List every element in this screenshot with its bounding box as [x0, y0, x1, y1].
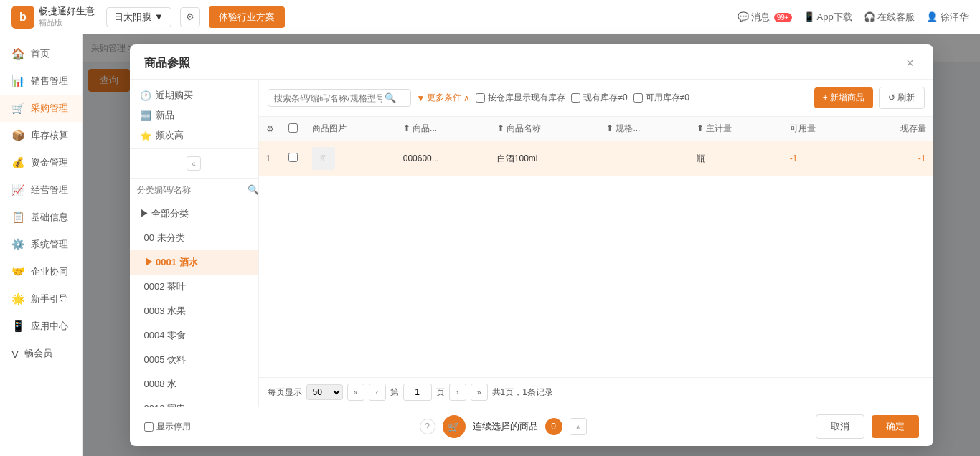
- dialog-body: 🕐 近期购买 🆕 新品 ⭐ 频次高: [130, 80, 933, 407]
- sidebar-item-basic-info[interactable]: 📋 基础信息: [0, 204, 82, 231]
- cart-button[interactable]: 🛒: [443, 415, 466, 438]
- col-code[interactable]: ⬆ 商品...: [396, 117, 490, 141]
- col-stock: 现存量: [858, 117, 933, 141]
- product-search-icon[interactable]: 🔍: [385, 92, 396, 103]
- sidebar-item-guide[interactable]: 🌟 新手引导: [0, 285, 82, 313]
- sidebar-item-enterprise[interactable]: 🤝 企业协同: [0, 258, 82, 285]
- product-table: ⚙ 商品图片 ⬆ 商品...: [259, 117, 933, 176]
- recent-icon: 🕐: [140, 90, 151, 101]
- sidebar-label-finance: 资金管理: [31, 156, 68, 169]
- last-page-button[interactable]: »: [471, 384, 488, 401]
- collapse-panel-button[interactable]: «: [187, 156, 201, 171]
- first-page-button[interactable]: «: [347, 384, 364, 401]
- sidebar-label-vip: 畅会员: [24, 347, 52, 360]
- sidebar-label-enterprise: 企业协同: [31, 265, 68, 278]
- category-item-liquor[interactable]: ▶ 0001 酒水: [130, 250, 258, 275]
- page-number-input[interactable]: [403, 384, 432, 401]
- select-all-checkbox[interactable]: [288, 123, 298, 133]
- add-product-button[interactable]: + 新增商品: [814, 87, 873, 108]
- quick-tab-recent-label: 近期购买: [156, 89, 193, 102]
- category-search-bar: 🔍: [130, 179, 258, 201]
- row-code: 000600...: [396, 141, 490, 176]
- per-page-select[interactable]: 50 10 20 100: [306, 384, 343, 400]
- category-item-appliance[interactable]: 0010 家电: [130, 396, 258, 407]
- category-panel: 🕐 近期购买 🆕 新品 ⭐ 频次高: [130, 80, 259, 407]
- display-disabled-checkbox[interactable]: 显示停用: [144, 421, 191, 433]
- online-service-link[interactable]: 🎧 在线客服: [864, 11, 915, 24]
- footer-right: 取消 确定: [816, 414, 919, 439]
- sidebar-item-system[interactable]: ⚙️ 系统管理: [0, 231, 82, 258]
- sidebar-item-inventory[interactable]: 📦 库存核算: [0, 122, 82, 149]
- display-disabled-input[interactable]: [144, 422, 154, 432]
- category-item-uncategorized[interactable]: 00 未分类: [130, 226, 258, 250]
- product-panel: 🔍 ▼ 更多条件 ∧ 按仓库显示现有库存: [259, 80, 933, 407]
- row-num: 1: [259, 141, 281, 176]
- more-filter-button[interactable]: ▼ 更多条件 ∧: [417, 92, 471, 104]
- warehouse-stock-input[interactable]: [476, 93, 485, 103]
- quick-tab-new[interactable]: 🆕 新品: [130, 105, 258, 125]
- sidebar-item-operations[interactable]: 📈 经营管理: [0, 176, 82, 204]
- enterprise-icon: 🤝: [11, 265, 25, 278]
- purchase-icon: 🛒: [11, 102, 25, 115]
- category-item-snack[interactable]: 0004 零食: [130, 323, 258, 348]
- col-name[interactable]: ⬆ 商品名称: [490, 117, 599, 141]
- row-image: 图: [305, 141, 396, 176]
- confirm-button[interactable]: 确定: [872, 415, 919, 438]
- available-stock-checkbox[interactable]: 可用库存≠0: [633, 92, 689, 104]
- quick-tab-frequent[interactable]: ⭐ 频次高: [130, 125, 258, 146]
- product-image-placeholder: 图: [312, 147, 335, 170]
- product-toolbar: 🔍 ▼ 更多条件 ∧ 按仓库显示现有库存: [259, 80, 933, 117]
- refresh-button[interactable]: ↺ 刷新: [879, 87, 924, 109]
- toolbar-right: + 新增商品 ↺ 刷新: [814, 87, 925, 109]
- table-row[interactable]: 1 图 000600... 白酒100ml: [259, 141, 933, 176]
- category-item-tea[interactable]: 0002 茶叶: [130, 275, 258, 299]
- sidebar-item-apps[interactable]: 📱 应用中心: [0, 313, 82, 340]
- category-search-input[interactable]: [137, 185, 245, 195]
- sidebar-item-sales[interactable]: 📊 销售管理: [0, 67, 82, 95]
- store-selector[interactable]: 日太阳膜 ▼: [106, 7, 171, 27]
- row-available: -1: [783, 141, 858, 176]
- prev-page-button[interactable]: ‹: [369, 384, 386, 401]
- message-area[interactable]: 💬 消息 99+: [738, 11, 792, 24]
- product-search-input[interactable]: [274, 93, 382, 103]
- sidebar-label-purchase: 采购管理: [31, 102, 68, 115]
- settings-icon[interactable]: ⚙: [180, 7, 200, 27]
- topnav-right: 💬 消息 99+ 📱 App下载 🎧 在线客服 👤 徐泽华: [738, 11, 969, 24]
- col-settings[interactable]: ⚙: [259, 117, 281, 141]
- row-checkbox[interactable]: [281, 141, 305, 176]
- category-list: ▶ 全部分类 00 未分类 ▶ 0001 酒水 0002 茶叶: [130, 201, 258, 407]
- sidebar-item-purchase[interactable]: 🛒 采购管理: [0, 95, 82, 122]
- logo-icon: b: [11, 6, 34, 29]
- sidebar-item-home[interactable]: 🏠 首页: [0, 40, 82, 67]
- quick-tab-recent[interactable]: 🕐 近期购买: [130, 85, 258, 105]
- collapse-footer-button[interactable]: ∧: [570, 418, 587, 435]
- sidebar-item-finance[interactable]: 💰 资金管理: [0, 149, 82, 176]
- experience-button[interactable]: 体验行业方案: [209, 6, 285, 28]
- help-icon[interactable]: ?: [420, 419, 435, 434]
- col-unit[interactable]: ⬆ 主计量: [689, 117, 783, 141]
- category-item-water[interactable]: 0008 水: [130, 372, 258, 396]
- table-header-row: ⚙ 商品图片 ⬆ 商品...: [259, 117, 933, 141]
- row-select-checkbox[interactable]: [288, 153, 298, 162]
- existing-stock-checkbox[interactable]: 现有库存≠0: [571, 92, 627, 104]
- product-search-box: 🔍: [268, 89, 411, 107]
- sidebar-label-operations: 经营管理: [31, 184, 68, 196]
- available-stock-input[interactable]: [633, 93, 643, 103]
- next-page-button[interactable]: ›: [449, 384, 466, 401]
- app-download-link[interactable]: 📱 App下载: [804, 11, 852, 24]
- sidebar-item-vip[interactable]: V 畅会员: [0, 340, 82, 367]
- dialog-close-button[interactable]: ×: [902, 54, 919, 72]
- category-item-fruit[interactable]: 0003 水果: [130, 299, 258, 323]
- category-item-all[interactable]: ▶ 全部分类: [130, 201, 258, 226]
- category-search-icon[interactable]: 🔍: [248, 184, 259, 195]
- cancel-button[interactable]: 取消: [816, 414, 864, 439]
- existing-stock-input[interactable]: [571, 93, 580, 103]
- category-item-drink[interactable]: 0005 饮料: [130, 348, 258, 372]
- user-avatar[interactable]: 👤 徐泽华: [926, 11, 969, 24]
- new-icon: 🆕: [140, 110, 151, 121]
- quick-tab-new-label: 新品: [156, 109, 174, 122]
- vip-icon: V: [11, 348, 19, 360]
- page-label: 第: [390, 386, 399, 399]
- warehouse-stock-checkbox[interactable]: 按仓库显示现有库存: [476, 92, 565, 104]
- col-spec[interactable]: ⬆ 规格...: [599, 117, 689, 141]
